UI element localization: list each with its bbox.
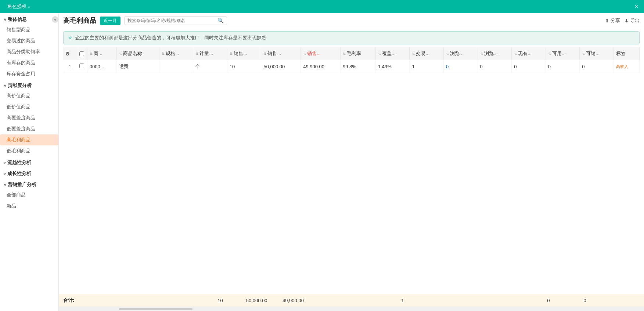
sidebar-item-高覆盖度商品[interactable]: 高覆盖度商品 — [0, 112, 58, 123]
share-label: 分享 — [611, 17, 620, 24]
row-unit: 个 — [193, 60, 227, 73]
sort-icon: ⇅ — [230, 52, 233, 56]
table-header-row: ⚙ ⇅商... ⇅商品名称 ⇅规格... ⇅计量... ⇅销售... ⇅销售..… — [63, 47, 640, 60]
sidebar-group-营销推广分析[interactable]: ∨营销推广分析 — [0, 178, 58, 189]
footer-sales-amount: 50,000.00 — [238, 298, 275, 303]
sidebar-item-低价值商品[interactable]: 低价值商品 — [0, 101, 58, 112]
col-coverage[interactable]: ⇅覆盖... — [375, 47, 410, 60]
col-spec[interactable]: ⇅规格... — [159, 47, 193, 60]
sidebar-item-低覆盖度商品[interactable]: 低覆盖度商品 — [0, 123, 58, 134]
table-row: 10000...运费个1050,000.0049,900.0099.8%1.49… — [63, 60, 640, 73]
row-gross-margin: 99.8% — [341, 60, 376, 73]
export-icon: ⬇ — [625, 18, 629, 23]
sidebar-group-成长性分析[interactable]: >成长性分析 — [0, 167, 58, 178]
col-settings[interactable]: ⚙ — [63, 47, 77, 60]
sort-icon: ⇅ — [195, 52, 198, 56]
row-number: 1 — [63, 60, 77, 73]
col-unit[interactable]: ⇅计量... — [193, 47, 227, 60]
sidebar-group-整体信息[interactable]: ∨整体信息 — [0, 13, 58, 24]
export-button[interactable]: ⬇ 导出 — [625, 17, 640, 24]
row-checkbox[interactable] — [77, 60, 87, 73]
col-view2[interactable]: ⇅浏览... — [478, 47, 512, 60]
col-sales-amount[interactable]: ⇅销售... — [261, 47, 301, 60]
export-label: 导出 — [630, 17, 640, 24]
content-header: 高毛利商品 近一月 🔍 ⬆ 分享 ⬇ 导出 — [59, 13, 644, 28]
sidebar-group-流趋性分析[interactable]: >流趋性分析 — [0, 156, 58, 167]
sort-icon: ⇅ — [514, 52, 517, 56]
col-tag[interactable]: 标签 — [614, 47, 639, 60]
footer-saleable: 0 — [566, 298, 603, 303]
group-arrow-icon: ∨ — [4, 183, 6, 187]
sort-icon: ⇅ — [119, 52, 122, 56]
sidebar: « ∨整体信息销售型商品交易过的商品商品分类助销率有库存的商品库存资金占用∨贡献… — [0, 13, 59, 311]
search-input[interactable] — [127, 18, 215, 23]
sort-icon: ⇅ — [263, 52, 266, 56]
sidebar-item-高毛利商品[interactable]: 高毛利商品 — [0, 134, 58, 145]
info-banner: ✧ 企业的主要的利润都是这部分商品创造的，可考虑加大推广，同时关注库存是不要出现… — [63, 31, 640, 44]
info-text: 企业的主要的利润都是这部分商品创造的，可考虑加大推广，同时关注库存是不要出现缺货 — [75, 35, 266, 41]
sort-icon: ⇅ — [582, 52, 585, 56]
row-view1[interactable]: 0 — [444, 60, 478, 73]
sidebar-item-低毛利商品[interactable]: 低毛利商品 — [0, 145, 58, 156]
sort-icon: ⇅ — [480, 52, 483, 56]
sort-icon: ⇅ — [343, 52, 346, 56]
row-sales-amount: 50,000.00 — [261, 60, 301, 73]
col-code[interactable]: ⇅商... — [87, 47, 116, 60]
row-tag: 高收入 — [614, 60, 639, 73]
time-filter-button[interactable]: 近一月 — [100, 17, 120, 25]
row-select-checkbox[interactable] — [79, 64, 84, 68]
col-gross-margin[interactable]: ⇅毛利率 — [341, 47, 376, 60]
sidebar-item-交易过的商品[interactable]: 交易过的商品 — [0, 35, 58, 46]
row-sales-count: 10 — [227, 60, 261, 73]
main-layout: « ∨整体信息销售型商品交易过的商品商品分类助销率有库存的商品库存资金占用∨贡献… — [0, 13, 644, 311]
col-sales-net[interactable]: ⇅销售... — [301, 47, 341, 60]
sidebar-item-有库存的商品[interactable]: 有库存的商品 — [0, 57, 58, 68]
col-current-stock[interactable]: ⇅现有... — [512, 47, 546, 60]
sidebar-item-新品[interactable]: 新品 — [0, 200, 58, 211]
sidebar-item-全部商品[interactable]: 全部商品 — [0, 189, 58, 200]
data-table: ⚙ ⇅商... ⇅商品名称 ⇅规格... ⇅计量... ⇅销售... ⇅销售..… — [63, 47, 640, 73]
footer-label: 合计: — [63, 297, 93, 304]
sort-icon: ⇅ — [162, 52, 165, 56]
sidebar-group-贡献度分析[interactable]: ∨贡献度分析 — [0, 79, 58, 90]
group-title-label: 营销推广分析 — [8, 181, 36, 188]
sidebar-item-高价值商品[interactable]: 高价值商品 — [0, 90, 58, 101]
row-view2: 0 — [478, 60, 512, 73]
group-title-label: 成长性分析 — [7, 170, 31, 177]
close-tab-icon[interactable]: × — [28, 5, 30, 9]
footer-summary: 合计: 10 50,000.00 49,900.00 1 0 0 — [59, 294, 644, 307]
col-available[interactable]: ⇅可用... — [546, 47, 580, 60]
col-saleable[interactable]: ⇅可销... — [580, 47, 614, 60]
horizontal-scrollbar[interactable] — [59, 307, 644, 311]
col-sales-count[interactable]: ⇅销售... — [227, 47, 261, 60]
sort-icon: ⇅ — [548, 52, 551, 56]
row-current-stock: 0 — [512, 60, 546, 73]
share-button[interactable]: ⬆ 分享 — [605, 17, 620, 24]
group-arrow-icon: > — [4, 172, 6, 176]
share-icon: ⬆ — [605, 18, 609, 23]
row-transaction: 1 — [410, 60, 444, 73]
select-all-checkbox[interactable] — [79, 51, 84, 56]
sidebar-item-销售型商品[interactable]: 销售型商品 — [0, 24, 58, 35]
sidebar-item-库存资金占用[interactable]: 库存资金占用 — [0, 68, 58, 79]
table-container[interactable]: ⚙ ⇅商... ⇅商品名称 ⇅规格... ⇅计量... ⇅销售... ⇅销售..… — [59, 47, 644, 294]
col-checkbox[interactable] — [77, 47, 87, 60]
search-icon[interactable]: 🔍 — [217, 18, 224, 23]
group-title-label: 流趋性分析 — [7, 159, 31, 166]
table-body: 10000...运费个1050,000.0049,900.0099.8%1.49… — [63, 60, 640, 73]
close-all-button[interactable]: × — [632, 3, 641, 10]
info-icon: ✧ — [68, 35, 72, 41]
sort-icon: ⇅ — [303, 52, 306, 56]
footer-sales-net: 49,900.00 — [275, 298, 311, 303]
page-title: 高毛利商品 — [63, 16, 96, 25]
col-view1[interactable]: ⇅浏览... — [444, 47, 478, 60]
nav-tab-角色授权[interactable]: 角色授权× — [3, 1, 44, 12]
scroll-thumb[interactable] — [119, 308, 193, 310]
col-transaction[interactable]: ⇅交易... — [410, 47, 444, 60]
row-sales-net: 49,900.00 — [301, 60, 341, 73]
col-name[interactable]: ⇅商品名称 — [117, 47, 159, 60]
group-title-label: 贡献度分析 — [8, 82, 32, 89]
sort-icon: ⇅ — [446, 52, 449, 56]
sidebar-collapse-button[interactable]: « — [52, 16, 58, 23]
sidebar-item-商品分类助销率[interactable]: 商品分类助销率 — [0, 46, 58, 57]
